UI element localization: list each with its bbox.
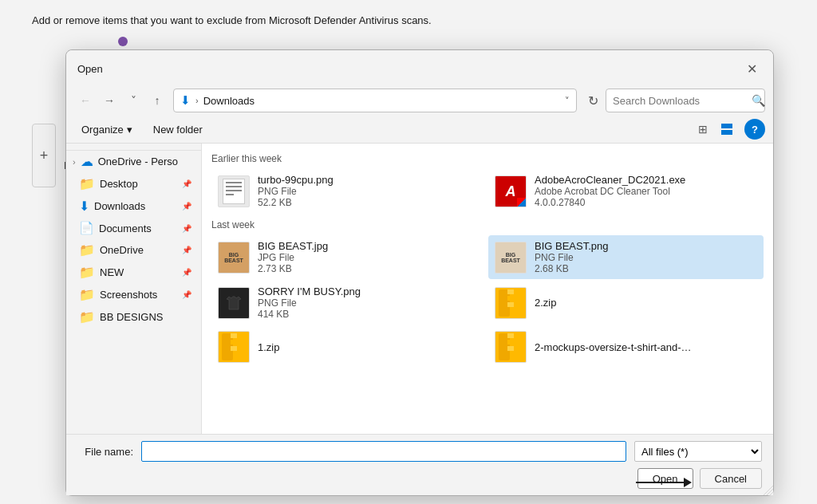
open-file-dialog: Open ✕ ← → ˅ ↑ ⬇ › Downloads ˅ ↻ 🔍 Organ… [65,49,774,496]
file-info-adobe: AdobeAcroCleaner_DC2021.exe Adobe Acroba… [535,174,757,208]
sidebar-item-onedrive-cloud[interactable]: › ☁ OneDrive - Perso [66,150,201,172]
file-item-2zip[interactable]: 2.zip [488,281,764,325]
file-item-shirt[interactable]: SORRY I'M BUSY.png PNG File 414 KB [211,281,487,325]
svg-rect-11 [231,340,237,345]
file-size-adobe: 4.0.0.27840 [535,197,757,208]
cancel-button[interactable]: Cancel [700,468,762,489]
dialog-close-button[interactable]: ✕ [741,58,762,79]
dialog-titlebar: Open ✕ [66,50,773,85]
pin-icon-4: 📌 [182,246,191,254]
dialog-body: › ☁ OneDrive - Perso 📁 Desktop 📌 ⬇ Downl… [66,144,773,434]
file-area: Earlier this week turbo-99cpu.png [202,144,773,434]
adobe-badge [517,198,527,207]
svg-rect-16 [507,340,514,345]
refresh-button[interactable]: ↻ [582,89,604,112]
file-name-longzip: 2-mockups-oversize-t-shirt-and-shorts-20… [535,341,694,353]
address-dropdown-icon[interactable]: ˅ [565,96,570,106]
address-chevron-icon: › [195,96,199,105]
view-buttons: ⊞ [692,119,738,140]
ribbon-bar: Organize ▾ New folder ⊞ ? [66,116,773,144]
sidebar-new-label: NEW [100,266,124,278]
sidebar-onedrive-label: OneDrive - Perso [98,156,178,167]
file-size-beast-jpg: 2.73 KB [258,263,480,274]
file-name-turbo: turbo-99cpu.png [258,174,480,186]
file-item-beast-png[interactable]: BIG BEAST BIG BEAST.png PNG File 2.68 KB [488,235,764,279]
pin-icon-2: 📌 [182,202,191,211]
back-button[interactable]: ← [74,89,97,112]
file-name-adobe: AdobeAcroCleaner_DC2021.exe [535,174,757,186]
new-folder-button[interactable]: New folder [146,120,210,139]
file-info-longzip: 2-mockups-oversize-t-shirt-and-shorts-20… [535,341,757,353]
sidebar-screenshots-label: Screenshots [100,289,157,301]
beast-png-label: BIG BEAST [495,250,526,265]
filetype-select[interactable]: All files (*) [634,441,762,462]
grid-view-button[interactable]: ⊞ [692,119,714,140]
address-text: Downloads [203,95,560,107]
organize-label: Organize [81,124,124,136]
file-item-adobe[interactable]: A AdobeAcroCleaner_DC2021.exe Adobe Acro… [488,169,764,213]
file-type-beast-jpg: JPG File [258,252,480,263]
file-size-beast-png: 2.68 KB [535,263,757,274]
file-info-1zip: 1.zip [258,341,480,353]
sidebar-downloads-label: Downloads [94,200,145,212]
file-thumb-longzip [495,331,527,363]
new-folder-label: New folder [153,124,203,136]
files-grid-lastweek: BIG BEAST BIG BEAST.jpg JPG File 2.73 KB… [211,235,764,368]
svg-rect-1 [721,130,732,135]
file-name-beast-jpg: BIG BEAST.jpg [258,240,480,252]
pin-icon: 📌 [182,179,191,188]
svg-rect-6 [507,296,514,301]
organize-button[interactable]: Organize ▾ [74,120,140,139]
svg-rect-15 [507,333,514,338]
file-thumb-beast-jpg: BIG BEAST [218,242,250,274]
folder-icon-2: 📁 [79,242,95,258]
file-item-beast-jpg[interactable]: BIG BEAST BIG BEAST.jpg JPG File 2.73 KB [211,235,487,279]
search-icon[interactable]: 🔍 [752,94,765,107]
sidebar-item-documents[interactable]: 📄 Documents 📌 [69,218,198,238]
file-item-turbo[interactable]: turbo-99cpu.png PNG File 52.2 KB [211,169,487,213]
download-folder-icon: ⬇ [79,199,89,214]
resize-handle[interactable] [762,484,773,495]
forward-button[interactable]: → [98,89,120,112]
file-info-shirt: SORRY I'M BUSY.png PNG File 414 KB [258,285,480,320]
up-button[interactable]: ↑ [146,89,168,112]
svg-rect-0 [721,124,732,128]
filename-input[interactable] [141,441,626,462]
section-earlier-label: Earlier this week [211,153,764,164]
sidebar-item-onedrive[interactable]: 📁 OneDrive 📌 [69,239,198,261]
folder-icon-4: 📁 [79,287,95,302]
file-name-2zip: 2.zip [535,297,757,309]
svg-line-19 [767,489,773,495]
svg-rect-12 [231,346,237,351]
sidebar-item-downloads[interactable]: ⬇ Downloads 📌 [69,195,198,217]
add-exclusion-button[interactable]: + [32,124,56,187]
file-name-beast-png: BIG BEAST.png [535,240,757,252]
file-type-shirt: PNG File [258,297,480,309]
sidebar-item-desktop[interactable]: 📁 Desktop 📌 [69,173,198,195]
file-name-shirt: SORRY I'M BUSY.png [258,285,480,297]
list-view-button[interactable] [716,119,738,140]
sidebar-onedrive-folder-label: OneDrive [100,244,144,256]
svg-line-20 [770,492,773,495]
filename-label: File name: [77,446,133,458]
file-type-turbo: PNG File [258,186,480,197]
sidebar-item-new[interactable]: 📁 NEW 📌 [69,262,198,283]
pin-icon-3: 📌 [182,224,191,233]
file-item-longzip[interactable]: 2-mockups-oversize-t-shirt-and-shorts-20… [488,326,764,368]
file-size-shirt: 414 KB [258,309,480,320]
file-item-1zip[interactable]: 1.zip [211,326,487,368]
adobe-logo-text: A [506,184,516,199]
search-input[interactable] [613,95,747,107]
pin-icon-5: 📌 [182,268,191,277]
file-name-1zip: 1.zip [258,341,480,353]
sidebar-item-bbdesigns[interactable]: 📁 BB DESIGNS [69,306,198,328]
help-button[interactable]: ? [744,119,765,140]
dropdown-recent-button[interactable]: ˅ [122,89,144,112]
button-row: Open Cancel [77,468,762,489]
address-bar[interactable]: ⬇ › Downloads ˅ [173,89,577,112]
arrow-line [636,482,684,483]
sidebar-item-screenshots[interactable]: 📁 Screenshots 📌 [69,284,198,305]
pin-icon-6: 📌 [182,290,191,299]
folder-icon-3: 📁 [79,265,95,280]
search-box[interactable]: 🔍 [606,89,765,112]
